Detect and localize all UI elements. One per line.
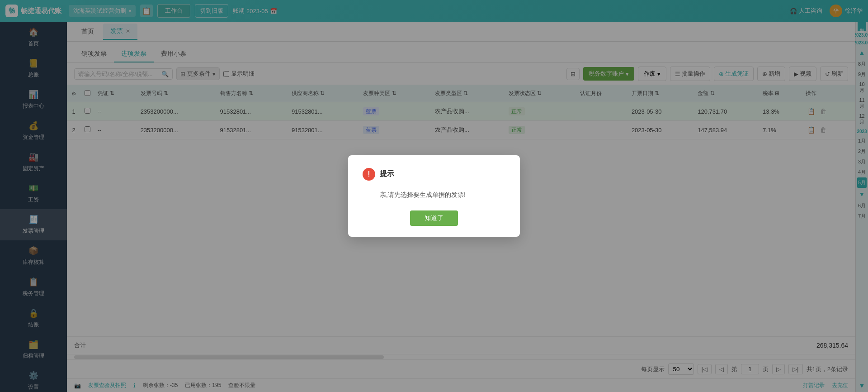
modal-overlay[interactable]: ! 提示 亲,请先选择要生成单据的发票! 知道了 <box>0 0 868 392</box>
modal-body: 亲,请先选择要生成单据的发票! <box>363 190 505 200</box>
confirm-button[interactable]: 知道了 <box>410 210 458 226</box>
warning-icon: ! <box>363 168 375 181</box>
modal-footer: 知道了 <box>363 210 505 226</box>
modal-title: 提示 <box>380 169 394 179</box>
modal-header: ! 提示 <box>363 168 505 181</box>
alert-modal: ! 提示 亲,请先选择要生成单据的发票! 知道了 <box>348 155 520 237</box>
